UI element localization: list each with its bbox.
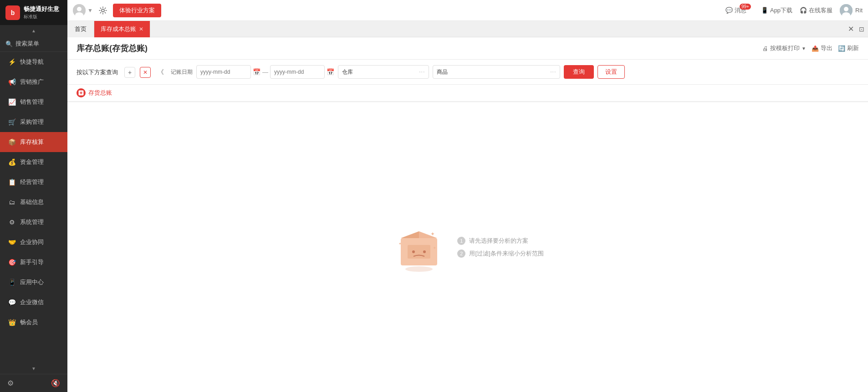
sidebar-search[interactable]: 🔍 搜索菜单 (0, 36, 67, 52)
membership-icon: 👑 (7, 318, 16, 327)
sub-filter-item-inventory[interactable]: 存货总账 (77, 88, 112, 97)
empty-content: ✦ ✦ ✦ 1 请先选择要分析的方案 2 用[过滤]条件来缩小分析范围 (392, 220, 543, 275)
svg-point-10 (405, 266, 433, 272)
quick-nav-icon: ⚡ (7, 57, 16, 66)
print-template-btn[interactable]: 🖨 按模板打印 ▼ (762, 44, 806, 52)
home-tab-label: 首页 (75, 25, 87, 33)
print-icon: 🖨 (762, 45, 768, 52)
app-download-label: App下载 (770, 6, 792, 15)
date-field-label: 记账日期 (171, 68, 193, 76)
sub-filter-item-label: 存货总账 (88, 89, 112, 97)
basic-info-icon: 🗂 (7, 198, 16, 207)
topbar-user-name: Rit (855, 7, 863, 14)
purchase-icon: 🛒 (7, 117, 16, 127)
sidebar-item-label: 资金管理 (20, 158, 44, 166)
sidebar-item-label: 新手引导 (20, 258, 44, 266)
empty-state: ✦ ✦ ✦ 1 请先选择要分析的方案 2 用[过滤]条件来缩小分析范围 (67, 102, 868, 392)
sidebar-item-wechat[interactable]: 💬 企业微信 (0, 292, 67, 312)
refresh-btn[interactable]: 🔄 刷新 (838, 44, 859, 52)
warehouse-label: 仓库 (342, 68, 353, 76)
sidebar-item-finance[interactable]: 💰 资金管理 (0, 152, 67, 172)
sidebar-item-quick-nav[interactable]: ⚡ 快捷导航 (0, 52, 67, 72)
topbar-user-info[interactable]: Rit (840, 4, 863, 17)
sidebar-item-sales[interactable]: 📈 销售管理 (0, 92, 67, 112)
export-icon: 📤 (812, 45, 819, 52)
svg-point-3 (102, 9, 104, 12)
hint-2-num: 2 (457, 249, 465, 258)
sidebar-item-label: 采购管理 (20, 118, 44, 126)
svg-rect-14 (408, 245, 430, 259)
sidebar-scroll-up[interactable]: ▲ (0, 25, 67, 36)
app-logo: b 畅捷通好生意 标准版 (0, 0, 67, 25)
sidebar-item-label: 系统管理 (20, 218, 44, 226)
tab-close-all-btn[interactable]: ✕ (844, 23, 857, 36)
tab-close-icon[interactable]: ✕ (139, 26, 143, 32)
sidebar-item-label: 营销推广 (20, 78, 44, 86)
filter-add-btn[interactable]: + (124, 67, 135, 78)
newbie-icon: 🎯 (7, 258, 16, 267)
sidebar-item-system[interactable]: ⚙ 系统管理 (0, 212, 67, 232)
filter-collapse-btn[interactable]: 《 (155, 67, 166, 78)
export-btn[interactable]: 📤 导出 (812, 44, 832, 52)
hint-1-text: 请先选择要分析的方案 (469, 237, 528, 245)
export-label: 导出 (821, 44, 832, 52)
sidebar-item-operations[interactable]: 📋 经营管理 (0, 172, 67, 192)
headset-icon: 🎧 (800, 7, 807, 14)
sidebar-item-marketing[interactable]: 📢 营销推广 (0, 72, 67, 92)
tab-expand-icon[interactable]: ⊡ (859, 25, 864, 33)
filter-settings-btn[interactable]: 设置 (597, 65, 625, 79)
app-download-btn[interactable]: 📱 App下载 (761, 6, 792, 15)
online-support-label: 在线客服 (809, 6, 832, 15)
query-btn[interactable]: 查询 (564, 65, 594, 79)
svg-text:✦: ✦ (433, 245, 436, 250)
warehouse-select[interactable]: 仓库 ··· (338, 65, 429, 79)
audio-icon[interactable]: 🔇 (51, 379, 60, 387)
user-selector[interactable]: ▼ (73, 4, 93, 17)
search-icon: 🔍 (5, 41, 13, 47)
marketing-icon: 📢 (7, 77, 16, 87)
logo-text: 畅捷通好生意 标准版 (24, 5, 59, 20)
app-center-icon: 📱 (7, 278, 16, 287)
industry-btn[interactable]: 体验行业方案 (113, 4, 161, 17)
sidebar-item-enterprise[interactable]: 🤝 企业协同 (0, 232, 67, 252)
sidebar-item-membership[interactable]: 👑 畅会员 (0, 312, 67, 332)
date-end-input[interactable] (270, 65, 325, 79)
sub-filter: 存货总账 (67, 85, 868, 102)
sidebar-footer: ⚙ 🔇 (0, 374, 67, 392)
svg-text:✦: ✦ (398, 242, 402, 246)
calendar-start-icon[interactable]: 📅 (253, 68, 260, 76)
sidebar-item-app-center[interactable]: 📱 应用中心 (0, 272, 67, 292)
empty-illustration: ✦ ✦ ✦ (392, 220, 446, 275)
sales-icon: 📈 (7, 97, 16, 107)
empty-hint-1: 1 请先选择要分析的方案 (457, 237, 543, 245)
sidebar-item-newbie[interactable]: 🎯 新手引导 (0, 252, 67, 272)
sidebar-item-label: 企业微信 (20, 298, 44, 306)
sidebar-item-label: 快捷导航 (20, 58, 44, 66)
wechat-icon: 💬 (7, 298, 16, 307)
sidebar-nav: ⚡ 快捷导航 📢 营销推广 📈 销售管理 🛒 采购管理 📦 库存核算 💰 资金管… (0, 52, 67, 363)
product-select[interactable]: 商品 ··· (433, 65, 560, 79)
active-tab-label: 库存成本总账 (101, 25, 136, 33)
sidebar-item-basic-info[interactable]: 🗂 基础信息 (0, 192, 67, 212)
date-start-input[interactable] (196, 65, 251, 79)
filter-row: 记账日期 📅 — 📅 仓库 ··· 商品 ··· 查询 设置 (171, 65, 859, 79)
hint-2-text: 用[过滤]条件来缩小分析范围 (469, 249, 543, 258)
tab-home[interactable]: 首页 (67, 21, 94, 37)
svg-marker-12 (401, 231, 419, 238)
refresh-icon: 🔄 (838, 45, 845, 52)
finance-icon: 💰 (7, 158, 16, 167)
sidebar-item-inventory[interactable]: 📦 库存核算 (0, 132, 67, 152)
mobile-icon: 📱 (761, 7, 768, 14)
filter-clear-btn[interactable]: ✕ (140, 67, 151, 78)
tab-inventory-ledger[interactable]: 库存成本总账 ✕ (94, 21, 150, 37)
message-btn[interactable]: 💬 消息 99+ (725, 6, 746, 15)
sidebar-item-purchase[interactable]: 🛒 采购管理 (0, 112, 67, 132)
online-support-btn[interactable]: 🎧 在线客服 (800, 6, 832, 15)
sidebar-item-label: 畅会员 (20, 318, 38, 326)
calendar-end-icon[interactable]: 📅 (327, 68, 334, 76)
settings-icon[interactable]: ⚙ (7, 379, 14, 387)
svg-point-1 (77, 7, 82, 11)
sidebar-scroll-down[interactable]: ▼ (0, 363, 67, 374)
settings-gear-icon[interactable] (97, 4, 109, 17)
product-label: 商品 (437, 68, 448, 76)
